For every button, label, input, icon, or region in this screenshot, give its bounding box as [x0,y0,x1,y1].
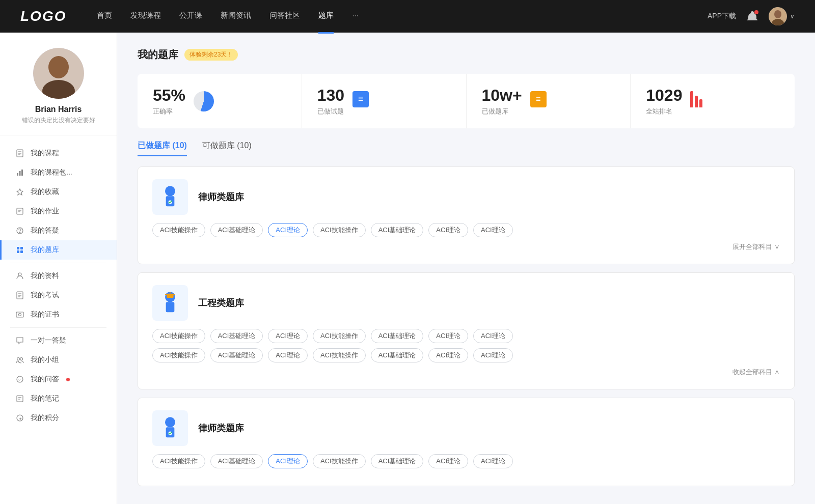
tag-0-5[interactable]: ACI理论 [428,223,468,237]
sidebar-item-course-package[interactable]: 我的课程包... [0,163,117,182]
notification-dot [754,10,758,14]
stat-ranking: 1029 全站排名 [631,74,795,128]
tag-1-0[interactable]: ACI技能操作 [152,329,205,343]
sidebar-item-groups[interactable]: 我的小组 [0,350,117,370]
sidebar-item-favorites[interactable]: 我的收藏 [0,182,117,202]
nav-home[interactable]: 首页 [97,11,112,22]
profile-avatar [33,48,84,99]
qa-red-dot [66,378,70,381]
grid-icon [15,245,24,255]
trial-badge: 体验剩余23天！ [184,49,238,61]
sidebar: Brian Harris 错误的决定比没有决定要好 我的课程 我的课程包... [0,33,117,504]
tab-available-banks[interactable]: 可做题库 (10) [202,141,252,156]
collapse-button-1[interactable]: 收起全部科目 ∧ [152,368,780,377]
tag-2-2[interactable]: ACI理论 [268,454,308,468]
tag-0-1[interactable]: ACI基础理论 [210,223,263,237]
sidebar-menu: 我的课程 我的课程包... 我的收藏 我的作业 [0,135,117,436]
qa-icon: ? [15,375,24,384]
profile-name: Brian Harris [35,105,82,114]
doc-blue-icon: ≡ [352,91,373,111]
tag-0-6[interactable]: ACI理论 [473,223,513,237]
tag-1-13[interactable]: ACI理论 [473,348,513,362]
tag-1-11[interactable]: ACI基础理论 [371,348,424,362]
user-avatar-wrapper[interactable]: ∨ [769,7,795,25]
sidebar-item-points[interactable]: ★ 我的积分 [0,408,117,428]
sidebar-item-my-qa[interactable]: ? 我的问答 [0,370,117,389]
tag-2-1[interactable]: ACI基础理论 [210,454,263,468]
svg-rect-22 [20,250,23,253]
note-icon [15,394,24,403]
nav-qbank[interactable]: 题库 [318,11,334,22]
tab-done-banks[interactable]: 已做题库 (10) [138,141,187,156]
tag-1-4[interactable]: ACI基础理论 [371,329,424,343]
tag-0-4[interactable]: ACI基础理论 [371,223,424,237]
qbank-icon-engineer [152,285,188,321]
sidebar-item-certs[interactable]: 我的证书 [0,305,117,324]
nav-discover[interactable]: 发现课程 [130,11,161,22]
tag-0-2[interactable]: ACI理论 [268,223,308,237]
tag-2-3[interactable]: ACI技能操作 [313,454,366,468]
sidebar-item-1on1[interactable]: 一对一答疑 [0,331,117,350]
stat-done-questions: 130 已做试题 ≡ [302,74,467,128]
avatar [769,7,787,25]
nav-qa[interactable]: 问答社区 [269,11,300,22]
app-download-button[interactable]: APP下载 [708,12,736,21]
tag-2-6[interactable]: ACI理论 [473,454,513,468]
tag-0-3[interactable]: ACI技能操作 [313,223,366,237]
ranking-icon [690,91,711,111]
sidebar-item-my-courses[interactable]: 我的课程 [0,144,117,163]
qbank-tags-0: ACI技能操作 ACI基础理论 ACI理论 ACI技能操作 ACI基础理论 AC… [152,223,780,237]
tag-2-5[interactable]: ACI理论 [428,454,468,468]
svg-rect-43 [166,302,175,312]
tag-1-5[interactable]: ACI理论 [428,329,468,343]
tag-1-6[interactable]: ACI理论 [473,329,513,343]
point-icon: ★ [15,413,24,423]
qbank-card-1: 工程类题库 ACI技能操作 ACI基础理论 ACI理论 ACI技能操作 ACI基… [138,272,795,389]
qbank-name-1: 工程类题库 [198,297,244,309]
sidebar-item-exams[interactable]: 我的考试 [0,286,117,305]
menu-divider-2 [10,327,106,328]
stats-row: 55% 正确率 130 已做试题 ≡ 10w+ 已做题库 [138,74,795,128]
qbank-icon-lawyer-0 [152,179,188,215]
notification-bell[interactable] [746,10,758,22]
sidebar-item-notes[interactable]: 我的笔记 [0,389,117,408]
qbank-name-0: 律师类题库 [198,191,244,203]
user-profile: Brian Harris 错误的决定比没有决定要好 [0,48,117,135]
navbar-right: APP下载 ∨ [708,7,795,25]
svg-point-29 [19,314,21,316]
expand-button-0[interactable]: 展开全部科目 ∨ [152,242,780,251]
people-icon [15,271,24,281]
sidebar-item-questions[interactable]: 我的答疑 [0,221,117,240]
tag-0-0[interactable]: ACI技能操作 [152,223,205,237]
tag-1-9[interactable]: ACI理论 [268,348,308,362]
tag-2-0[interactable]: ACI技能操作 [152,454,205,468]
svg-rect-12 [21,170,23,176]
stat-done-banks-label: 已做题库 [482,107,522,116]
tag-1-3[interactable]: ACI技能操作 [313,329,366,343]
tag-1-7[interactable]: ACI技能操作 [152,348,205,362]
sidebar-item-qbank[interactable]: 我的题库 [0,240,117,260]
page-title: 我的题库 [138,48,178,62]
qbank-tags-1-row1: ACI技能操作 ACI基础理论 ACI理论 ACI技能操作 ACI基础理论 AC… [152,329,780,343]
qbank-tags-1-row2: ACI技能操作 ACI基础理论 ACI理论 ACI技能操作 ACI基础理论 AC… [152,348,780,362]
tag-1-12[interactable]: ACI理论 [428,348,468,362]
tag-1-2[interactable]: ACI理论 [268,329,308,343]
cert-icon [15,310,24,319]
main-content: 我的题库 体验剩余23天！ 55% 正确率 130 已做试题 ≡ [117,33,815,504]
qbank-name-2: 律师类题库 [198,422,244,434]
nav-more[interactable]: ··· [352,11,359,22]
tag-1-8[interactable]: ACI基础理论 [210,348,263,362]
tag-2-4[interactable]: ACI基础理论 [371,454,424,468]
chat-icon [15,336,24,345]
nav-news[interactable]: 新闻资讯 [221,11,251,22]
tag-1-1[interactable]: ACI基础理论 [210,329,263,343]
profile-bio: 错误的决定比没有决定要好 [22,116,95,125]
chevron-down-icon: ∨ [790,13,795,20]
sidebar-item-profile[interactable]: 我的资料 [0,266,117,286]
nav-opencourse[interactable]: 公开课 [179,11,202,22]
stat-ranking-label: 全站排名 [646,107,682,116]
tag-1-10[interactable]: ACI技能操作 [313,348,366,362]
svg-rect-28 [16,312,23,317]
sidebar-item-homework[interactable]: 我的作业 [0,202,117,221]
doc-orange-icon: ≡ [530,91,551,111]
